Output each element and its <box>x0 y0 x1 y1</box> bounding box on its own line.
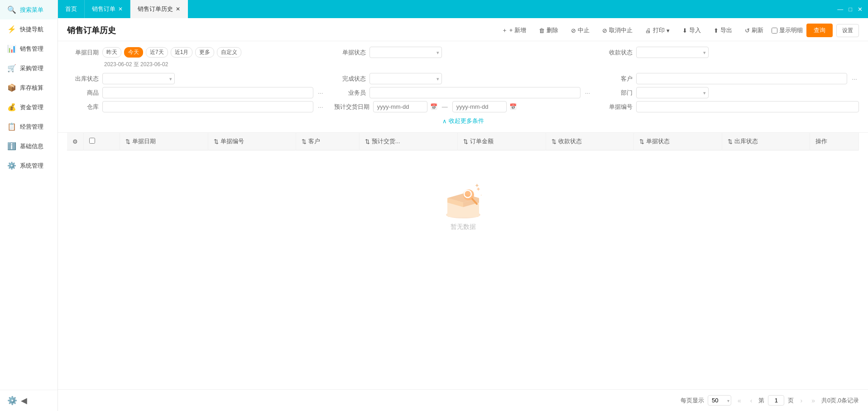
sidebar-item-operations[interactable]: 📋 经营管理 <box>0 117 58 136</box>
collapse-row[interactable]: ∧ 收起更多条件 <box>67 115 859 127</box>
product-ellipsis[interactable]: ··· <box>316 89 325 97</box>
sidebar-item-quicknav[interactable]: ⚡ 快捷导航 <box>0 19 58 39</box>
th-date: ⇅ 单据日期 <box>120 133 208 150</box>
import-icon: ⬇ <box>682 27 687 34</box>
th-delivery-sort-icon[interactable]: ⇅ <box>728 138 733 145</box>
th-orderno-sort-icon[interactable]: ⇅ <box>214 138 219 145</box>
order-no-input[interactable] <box>636 101 859 112</box>
next-page-button[interactable]: › <box>797 396 805 405</box>
sidebar-bottom: ⚙️ ◀ <box>0 390 58 411</box>
payment-status-label: 收款状态 <box>601 48 633 57</box>
date-btn-custom[interactable]: 自定义 <box>217 47 241 58</box>
delete-button[interactable]: 🗑 删除 <box>534 24 563 37</box>
window-maximize-icon[interactable]: □ <box>849 6 852 13</box>
payment-status-select[interactable] <box>636 47 709 58</box>
department-value <box>636 87 859 98</box>
stop-button[interactable]: ⊘ 中止 <box>566 24 594 37</box>
window-minimize-icon[interactable]: — <box>837 6 843 13</box>
import-button[interactable]: ⬇ 导入 <box>678 24 705 37</box>
page-size-select[interactable]: 50 10 20 100 <box>708 395 731 406</box>
page-title: 销售订单历史 <box>67 25 116 36</box>
tab-sales-order-history-close[interactable]: ✕ <box>176 6 180 12</box>
cancel-stop-button[interactable]: ⊘ 取消中止 <box>598 24 637 37</box>
filter-area: 单据日期 昨天 今天 近7天 近1月 更多 自定义 单据状态 <box>58 41 868 133</box>
th-delivery-status: ⇅ 出库状态 <box>722 133 810 150</box>
sidebar-item-label: 销售管理 <box>20 45 43 53</box>
sidebar-item-purchase[interactable]: 🛒 采购管理 <box>0 58 58 78</box>
settings-bottom-icon[interactable]: ⚙️ <box>7 396 17 406</box>
tab-sales-order-close[interactable]: ✕ <box>118 6 123 12</box>
date-btn-7days[interactable]: 近7天 <box>146 47 168 58</box>
expected-date-start[interactable] <box>373 101 427 112</box>
calendar-end-icon[interactable]: 📅 <box>509 103 517 110</box>
new-button[interactable]: ＋ + 新增 <box>497 24 531 37</box>
collapse-label: 收起更多条件 <box>449 117 484 125</box>
page-label: 第 <box>758 396 764 405</box>
order-no-label: 单据编号 <box>601 103 633 111</box>
last-page-button[interactable]: » <box>809 396 818 405</box>
th-order-status: ⇅ 单据状态 <box>634 133 722 150</box>
salesperson-input[interactable] <box>369 87 580 98</box>
new-icon: ＋ <box>502 26 508 34</box>
expected-date-end[interactable] <box>452 101 507 112</box>
complete-status-select-wrapper <box>369 73 442 84</box>
sidebar-item-inventory[interactable]: 📦 库存核算 <box>0 78 58 97</box>
th-orderstatus-sort-icon[interactable]: ⇅ <box>639 138 644 145</box>
salesperson-ellipsis[interactable]: ··· <box>583 89 592 97</box>
print-button[interactable]: 🖨 打印 ▾ <box>641 24 674 37</box>
sidebar-item-search[interactable]: 🔍 搜索菜单 <box>0 0 58 19</box>
sidebar-item-sales[interactable]: 📊 销售管理 <box>0 39 58 58</box>
warehouse-value: ··· <box>102 101 325 112</box>
select-all-checkbox[interactable] <box>89 138 95 144</box>
sidebar-item-finance[interactable]: 💰 资金管理 <box>0 97 58 117</box>
calendar-start-icon[interactable]: 📅 <box>430 103 437 110</box>
collapse-icon[interactable]: ◀ <box>21 396 27 406</box>
export-button[interactable]: ⬆ 导出 <box>709 24 737 37</box>
order-status-select[interactable] <box>369 47 442 58</box>
page-number-input[interactable] <box>768 395 784 406</box>
print-icon: 🖨 <box>645 27 651 34</box>
th-payment-sort-icon[interactable]: ⇅ <box>551 138 556 145</box>
th-date-sort-icon[interactable]: ⇅ <box>125 138 130 145</box>
tab-sales-order-history[interactable]: 销售订单历史 ✕ <box>130 0 188 18</box>
th-expected-sort-icon[interactable]: ⇅ <box>365 138 370 145</box>
empty-state: ✦ · ✦ 暂无数据 <box>67 150 859 258</box>
th-customer-sort-icon[interactable]: ⇅ <box>302 138 307 145</box>
order-status-label: 单据状态 <box>334 48 366 57</box>
print-dropdown-icon[interactable]: ▾ <box>667 27 670 34</box>
sidebar-item-system[interactable]: ⚙️ 系统管理 <box>0 156 58 175</box>
th-amount-sort-icon[interactable]: ⇅ <box>463 138 468 145</box>
complete-status-label: 完成状态 <box>334 75 366 83</box>
tab-sales-order[interactable]: 销售订单 ✕ <box>85 0 130 18</box>
customer-label: 客户 <box>601 75 633 83</box>
date-btn-more[interactable]: 更多 <box>195 47 214 58</box>
first-page-button[interactable]: « <box>735 396 744 405</box>
prev-page-button[interactable]: ‹ <box>748 396 755 405</box>
salesperson-label: 业务员 <box>334 89 366 97</box>
th-checkbox[interactable] <box>84 133 120 150</box>
date-btn-yesterday[interactable]: 昨天 <box>102 47 121 58</box>
customer-input[interactable] <box>636 73 847 84</box>
filter-row-3: 商品 ··· 业务员 ··· 部门 <box>67 87 859 98</box>
th-settings[interactable]: ⚙ <box>67 133 84 150</box>
query-button[interactable]: 查询 <box>806 24 833 37</box>
warehouse-ellipsis[interactable]: ··· <box>316 103 325 111</box>
window-close-icon[interactable]: ✕ <box>858 6 863 13</box>
show-detail-checkbox[interactable] <box>772 28 777 34</box>
refresh-button[interactable]: ↺ 刷新 <box>740 24 768 37</box>
order-status-select-wrapper <box>369 47 442 58</box>
date-btn-today[interactable]: 今天 <box>124 47 143 58</box>
sidebar-item-baseinfo[interactable]: ℹ️ 基础信息 <box>0 136 58 156</box>
product-input[interactable] <box>102 87 313 98</box>
order-no-value <box>636 101 859 112</box>
date-btn-1month[interactable]: 近1月 <box>171 47 193 58</box>
complete-status-select[interactable] <box>369 73 442 84</box>
warehouse-input[interactable] <box>102 101 313 112</box>
customer-ellipsis[interactable]: ··· <box>850 75 859 82</box>
setting-button[interactable]: 设置 <box>836 24 859 37</box>
tab-home[interactable]: 首页 <box>58 0 85 18</box>
inventory-icon: 📦 <box>7 83 16 92</box>
delivery-status-select[interactable] <box>102 73 175 84</box>
filter-cell-date: 单据日期 昨天 今天 近7天 近1月 更多 自定义 <box>67 47 325 58</box>
department-select[interactable] <box>636 87 709 98</box>
